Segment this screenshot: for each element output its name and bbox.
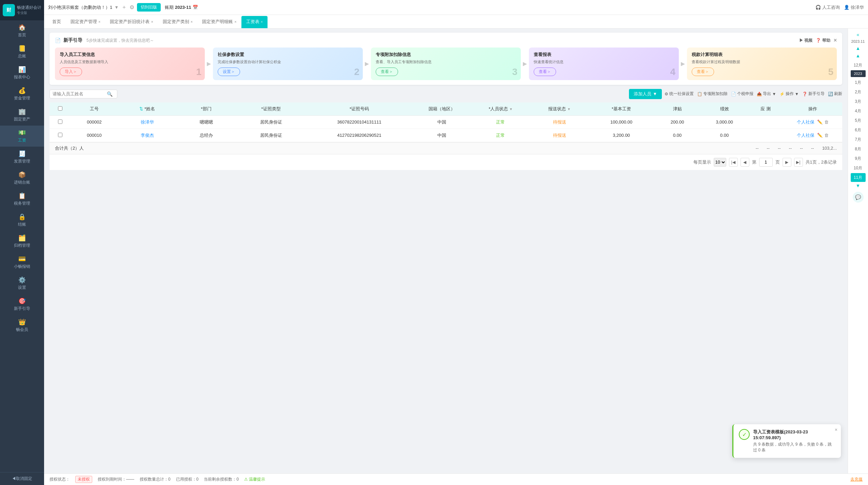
month-2[interactable]: 2月 xyxy=(851,88,866,96)
guide-step-2-btn[interactable]: 设置＞ xyxy=(218,68,240,76)
sidebar-item-close[interactable]: 🔒 结账 xyxy=(0,210,44,231)
ai-consult-button[interactable]: 🎧 人工咨询 xyxy=(815,4,840,11)
month-4[interactable]: 4月 xyxy=(851,107,866,115)
row-1-report-status: 待报送 xyxy=(530,115,589,129)
tab-assets-depreciation[interactable]: 固定资产折旧统计表 × xyxy=(105,16,158,28)
month-1[interactable]: 1月 xyxy=(851,78,866,87)
first-page-button[interactable]: |◀ xyxy=(729,158,738,167)
row-1-checkbox-cell[interactable] xyxy=(50,115,71,129)
last-page-button[interactable]: ▶| xyxy=(794,158,803,167)
per-page-select[interactable]: 10 20 50 xyxy=(714,158,726,167)
add-account-icon[interactable]: ＋ xyxy=(121,4,127,11)
row-2-name[interactable]: 李俊杰 xyxy=(118,129,177,142)
row-2-op: 个人社保 ✏️ 🗑 xyxy=(783,129,842,142)
tab-assets-detail[interactable]: 固定资产明细账 × xyxy=(197,16,241,28)
status-filter-icon[interactable]: ▼ xyxy=(509,107,513,111)
search-input[interactable] xyxy=(53,91,107,96)
row-1-delete-icon[interactable]: 🗑 xyxy=(824,119,829,125)
toast-close-button[interactable]: × xyxy=(835,427,837,432)
month-9[interactable]: 9月 xyxy=(851,154,866,163)
month-8[interactable]: 8月 xyxy=(851,145,866,153)
export-button[interactable]: 📤 导出 ▼ xyxy=(757,91,776,97)
table-row: 000002 徐泽华 嗯嗯嗯 居民身份证 360782200104131111 … xyxy=(50,115,842,129)
prev-page-button[interactable]: ◀ xyxy=(741,158,749,167)
sidebar-item-inventory[interactable]: 📦 进销台账 xyxy=(0,168,44,189)
pagination-bar: 每页显示 10 20 50 |◀ ◀ 第 页 ▶ ▶| 共1页，2条记录 xyxy=(50,154,842,170)
tab-close-assets-depreciation[interactable]: × xyxy=(151,20,153,24)
account-selector[interactable]: 刘小艳演示账套（勿删勿动！）1 ▼ xyxy=(48,4,119,11)
tab-assets-manage[interactable]: 固定资产管理 × xyxy=(66,16,105,28)
guide-close-button[interactable]: × xyxy=(834,37,837,43)
sidebar-nav: 🏠 首页 📒 总账 📊 报表中心 💰 资金管理 🏢 固定资产 💵 工资 🧾 发票… xyxy=(0,20,44,472)
row-2-op-link[interactable]: 个人社保 xyxy=(797,133,814,138)
month-3[interactable]: 3月 xyxy=(851,97,866,106)
sidebar-item-expense[interactable]: 💳 小畅报销 xyxy=(0,252,44,273)
row-1-checkbox[interactable] xyxy=(58,119,62,124)
charge-link[interactable]: 去充值 xyxy=(850,477,863,482)
next-page-button[interactable]: ▶ xyxy=(783,158,791,167)
tax-report-button[interactable]: 📄 个税申报 xyxy=(731,91,753,97)
sidebar-item-settings[interactable]: ⚙️ 设置 xyxy=(0,273,44,294)
tab-close-assets-category[interactable]: × xyxy=(191,20,193,24)
calendar-down-button2[interactable]: ▲ xyxy=(854,52,862,59)
tab-close-payroll[interactable]: × xyxy=(261,20,263,24)
sidebar-item-payroll[interactable]: 💵 工资 xyxy=(0,126,44,147)
row-2-edit-icon[interactable]: ✏️ xyxy=(817,133,823,138)
row-1-name[interactable]: 徐泽华 xyxy=(118,115,177,129)
sidebar-item-archive[interactable]: 🗂️ 归档管理 xyxy=(0,231,44,252)
month-5[interactable]: 5月 xyxy=(851,116,866,125)
guide-step-5-btn[interactable]: 查看＞ xyxy=(692,68,714,76)
calendar-up-button[interactable]: ▲ xyxy=(854,45,862,52)
sidebar-item-funds[interactable]: 💰 资金管理 xyxy=(0,83,44,105)
page-number-input[interactable] xyxy=(759,158,773,167)
row-1-op-link[interactable]: 个人社保 xyxy=(797,119,814,125)
guide-step-3-btn[interactable]: 查看＞ xyxy=(376,68,398,76)
sidebar-item-tax[interactable]: 📋 税务管理 xyxy=(0,189,44,210)
row-2-delete-icon[interactable]: 🗑 xyxy=(824,133,829,138)
select-all-header[interactable] xyxy=(50,102,71,116)
tab-close-assets-detail[interactable]: × xyxy=(234,20,236,24)
month-10[interactable]: 10月 xyxy=(851,164,866,172)
row-2-checkbox[interactable] xyxy=(58,133,62,137)
sidebar-item-reports[interactable]: 📊 报表中心 xyxy=(0,62,44,83)
social-insurance-button[interactable]: ⚙ 统一社保设置 xyxy=(665,91,694,97)
calendar-down-button[interactable]: ▼ xyxy=(854,182,862,189)
tab-close-assets-manage[interactable]: × xyxy=(98,20,100,24)
sidebar-unpin-button[interactable]: ◀取消固定 xyxy=(0,472,44,485)
guide-help-link[interactable]: ❓ 帮助 xyxy=(816,38,830,43)
sidebar-item-guide[interactable]: 🎯 新手引导 xyxy=(0,294,44,315)
user-profile-button[interactable]: 👤 徐泽华 xyxy=(844,4,864,11)
refresh-button[interactable]: 🔄 刷新 xyxy=(828,91,842,97)
tab-payroll[interactable]: 工资表 × xyxy=(241,16,268,28)
guide-step-4-btn[interactable]: 查看＞ xyxy=(534,68,556,76)
settings-account-icon[interactable]: ⚙ xyxy=(130,4,134,11)
sort-icon[interactable]: ⇅ xyxy=(139,106,143,111)
operate-button[interactable]: ⚡ 操作 ▼ xyxy=(780,91,799,97)
sidebar-item-home[interactable]: 🏠 首页 xyxy=(0,20,44,41)
tab-assets-category[interactable]: 固定资产类别 × xyxy=(158,16,197,28)
used-auth: 已用授权：0 xyxy=(176,477,199,482)
month-11[interactable]: 11月 xyxy=(851,173,866,182)
table-row: 000010 李俊杰 总经办 居民身份证 412702198206290521 … xyxy=(50,129,842,142)
sidebar-item-ledger[interactable]: 📒 总账 xyxy=(0,41,44,62)
special-deduction-button[interactable]: 📋 专项附加扣除 xyxy=(697,91,728,97)
calendar-expand-icon[interactable]: « xyxy=(854,31,862,38)
month-12[interactable]: 12月 xyxy=(851,61,866,70)
row-1-edit-icon[interactable]: ✏️ xyxy=(817,119,823,125)
calendar-icon[interactable]: 📅 xyxy=(193,5,198,10)
guide-step-1-btn[interactable]: 导入＞ xyxy=(60,68,82,76)
select-all-checkbox[interactable] xyxy=(58,106,62,111)
guide-link-button[interactable]: ❓ 新手引导 xyxy=(802,91,825,97)
switch-version-button[interactable]: 切到旧版 xyxy=(137,3,161,12)
month-6[interactable]: 6月 xyxy=(851,126,866,134)
sidebar-item-member[interactable]: 👑 畅会员 xyxy=(0,315,44,336)
month-7[interactable]: 7月 xyxy=(851,135,866,144)
tab-home[interactable]: 首页 xyxy=(47,16,66,28)
guide-video-link[interactable]: ▶ 视频 xyxy=(799,38,812,43)
report-filter-icon[interactable]: ▼ xyxy=(567,107,571,111)
sidebar-item-assets[interactable]: 🏢 固定资产 xyxy=(0,105,44,126)
add-employee-button[interactable]: 添加人员 ▼ xyxy=(629,89,662,99)
row-2-checkbox-cell[interactable] xyxy=(50,129,71,142)
sidebar-item-invoice[interactable]: 🧾 发票管理 xyxy=(0,147,44,168)
feedback-icon[interactable]: 💬 xyxy=(853,192,864,203)
